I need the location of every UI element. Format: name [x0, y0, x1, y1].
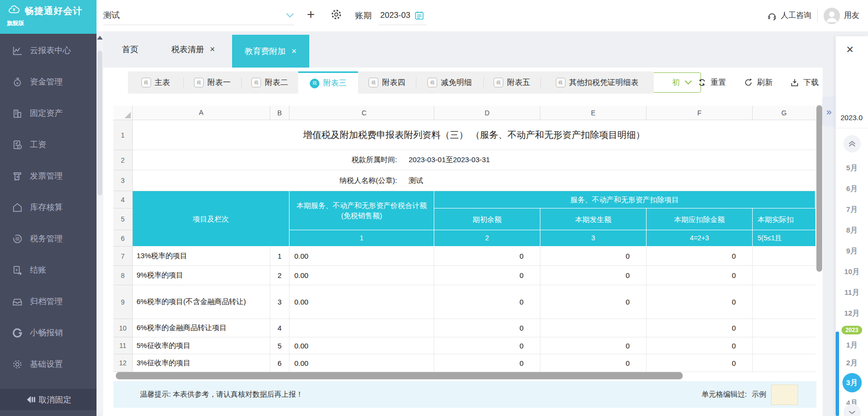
value-cell[interactable]: 0	[434, 354, 540, 372]
row-number[interactable]: 4	[113, 191, 133, 208]
line-cell[interactable]: 5	[270, 337, 289, 354]
line-cell[interactable]: 6	[270, 354, 289, 372]
item-cell[interactable]: 6%税率的金融商品转让项目	[133, 319, 270, 337]
sidebar-item-payroll[interactable]: ¥ 工资	[0, 129, 96, 160]
line-cell[interactable]: 1	[270, 247, 289, 266]
month-item[interactable]: 10月	[841, 262, 863, 282]
value-cell[interactable]: 0	[540, 354, 647, 372]
month-item-active[interactable]: 3月	[842, 373, 862, 392]
value-cell[interactable]: 0	[647, 354, 753, 372]
value-cell[interactable]: 0	[540, 337, 647, 354]
value-cell[interactable]	[540, 319, 647, 337]
month-item[interactable]: 11月	[841, 282, 863, 303]
tab-home[interactable]: 首页	[122, 31, 138, 68]
month-item[interactable]: 6月	[841, 179, 863, 199]
col-header-C[interactable]: C	[289, 106, 434, 120]
subtab-appendix-1[interactable]: 税附表一	[183, 71, 241, 94]
subtab-appendix-3[interactable]: 税附表三	[298, 71, 358, 94]
col-header-E[interactable]: E	[540, 106, 647, 120]
row-number[interactable]: 12	[113, 354, 133, 372]
line-cell[interactable]: 3	[270, 285, 289, 319]
sidebar-item-tax[interactable]: 税 税务管理	[0, 223, 96, 254]
scroll-months-up-button[interactable]	[843, 135, 861, 153]
month-item[interactable]: 5月	[841, 158, 863, 179]
row-number[interactable]: 3	[113, 170, 133, 191]
scroll-up-button[interactable]	[96, 31, 103, 44]
subtab-appendix-4[interactable]: 税附表四	[358, 71, 416, 94]
settings-gear-button[interactable]	[330, 8, 343, 23]
taxpayer-meta-value[interactable]: 测试	[403, 170, 815, 191]
subtab-main-form[interactable]: 税主表	[128, 71, 183, 94]
support-button[interactable]: 人工咨询	[767, 11, 812, 21]
item-cell[interactable]: 6%税率的项目(不含金融商品转让)	[133, 285, 270, 319]
period-selector[interactable]: 2023-03	[378, 6, 427, 25]
value-cell[interactable]	[753, 337, 815, 354]
value-cell[interactable]: 0	[647, 247, 753, 266]
close-tab-icon[interactable]: ×	[291, 46, 297, 56]
period-meta-label[interactable]: 税款所属时间:	[133, 150, 403, 170]
sidebar-item-closing[interactable]: ¥ 结账	[0, 254, 96, 286]
value-cell[interactable]	[753, 354, 815, 372]
month-item[interactable]: 2月	[841, 354, 863, 372]
row-number[interactable]: 5	[113, 208, 133, 230]
value-cell[interactable]: 0.00	[289, 266, 434, 285]
sidebar-item-archive[interactable]: 归档管理	[0, 286, 96, 317]
value-cell[interactable]: 0	[540, 247, 647, 266]
month-item[interactable]: 8月	[841, 220, 863, 241]
row-number[interactable]: 11	[113, 337, 133, 354]
value-cell[interactable]: 0	[540, 285, 647, 319]
close-tab-icon[interactable]: ×	[210, 44, 215, 55]
value-cell[interactable]	[289, 319, 434, 337]
value-cell[interactable]: 0	[540, 266, 647, 285]
month-item[interactable]: 1月	[841, 336, 863, 354]
value-cell[interactable]: 0	[434, 337, 540, 354]
line-cell[interactable]: 2	[270, 266, 289, 285]
col-header-G[interactable]: G	[753, 106, 815, 120]
value-cell[interactable]	[753, 319, 815, 337]
row-number[interactable]: 6	[113, 230, 133, 247]
value-cell[interactable]: 0	[434, 319, 540, 337]
month-item[interactable]: 12月	[841, 303, 863, 324]
reset-button[interactable]: 重置	[697, 78, 726, 88]
value-cell[interactable]: 0.00	[289, 337, 434, 354]
tab-tax-register[interactable]: 税表清册 ×	[171, 31, 215, 68]
value-cell[interactable]: 0	[434, 266, 540, 285]
item-cell[interactable]: 9%税率的项目	[133, 266, 270, 285]
user-menu[interactable]: 用友	[824, 8, 859, 24]
sidebar-scrollbar[interactable]	[96, 31, 103, 413]
row-number[interactable]: 9	[113, 285, 133, 319]
unpin-sidebar-button[interactable]: 取消固定	[0, 389, 96, 410]
expand-panel-button[interactable]: »	[822, 97, 836, 126]
company-selector[interactable]: 测试	[103, 6, 294, 25]
row-number[interactable]: 1	[113, 120, 133, 150]
period-meta-value[interactable]: 2023-03-01至2023-03-31	[403, 150, 815, 170]
value-cell[interactable]: 0	[647, 266, 753, 285]
item-cell[interactable]: 3%征收率的项目	[133, 354, 270, 372]
sidebar-item-invoices[interactable]: ¥ 发票管理	[0, 160, 96, 192]
row-number[interactable]: 8	[113, 266, 133, 285]
sidebar-item-cloud-reports[interactable]: 云报表中心	[0, 35, 96, 66]
download-button[interactable]: 下载	[790, 78, 819, 88]
select-all-corner[interactable]	[113, 106, 133, 120]
value-cell[interactable]: 0.00	[289, 247, 434, 266]
sidebar-item-expense[interactable]: 小畅报销	[0, 317, 96, 348]
panel-scroll-indicator[interactable]	[836, 332, 839, 416]
refresh-button[interactable]: 刷新	[744, 78, 772, 88]
form-title[interactable]: 增值税及附加税费申报表附列资料（三） （服务、不动产和无形资产扣除项目明细）	[133, 120, 815, 150]
value-cell[interactable]: 0.00	[289, 354, 434, 372]
sidebar-item-funds[interactable]: ¥ 资金管理	[0, 66, 96, 97]
subtab-appendix-5[interactable]: 税附表五	[483, 71, 540, 94]
month-item[interactable]: 7月	[841, 199, 863, 220]
subtab-other-deduction-detail[interactable]: 税其他扣税凭证明细表	[540, 71, 654, 94]
item-cell[interactable]: 5%征收率的项目	[133, 337, 270, 354]
value-cell[interactable]	[753, 247, 815, 266]
col-header-B[interactable]: B	[270, 106, 289, 120]
sidebar-item-settings[interactable]: 基础设置	[0, 348, 96, 380]
row-number[interactable]: 7	[113, 247, 133, 266]
row-number[interactable]: 2	[113, 150, 133, 170]
subtab-reduction-detail[interactable]: 税减免明细	[416, 71, 483, 94]
row-number[interactable]: 10	[113, 319, 133, 337]
col-header-A[interactable]: A	[133, 106, 270, 120]
close-panel-button[interactable]: ×	[846, 43, 854, 55]
value-cell[interactable]: 0	[434, 285, 540, 319]
